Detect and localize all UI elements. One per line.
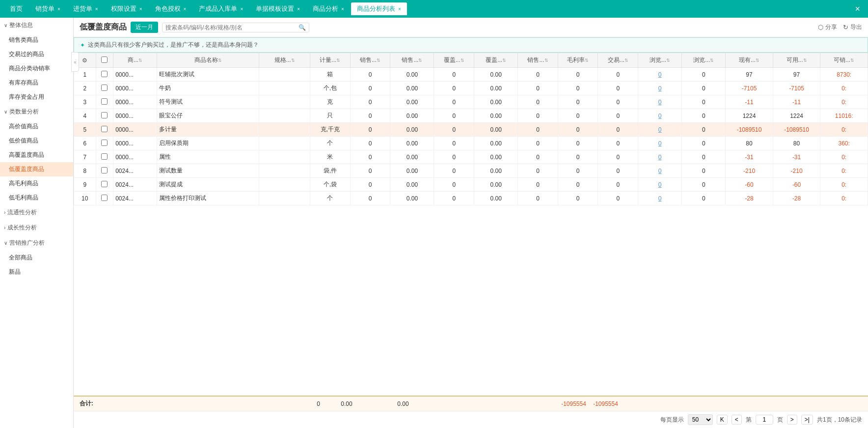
row-browse1[interactable]: 0	[638, 68, 682, 82]
sort-sales3-icon[interactable]: ⇅	[544, 58, 548, 63]
sidebar-section-marketing[interactable]: ∨ 营销推广分析	[0, 235, 73, 251]
nav-template-settings[interactable]: 单据模板设置 ×	[250, 2, 306, 15]
row-checkbox[interactable]	[96, 150, 113, 164]
row-checkbox[interactable]	[96, 192, 113, 205]
next-page-button[interactable]: >	[787, 415, 797, 425]
prev-page-button[interactable]: <	[732, 415, 742, 425]
row-checkbox[interactable]	[96, 109, 113, 123]
row-select-checkbox[interactable]	[101, 140, 108, 146]
sidebar-section-quantity[interactable]: ∨ 类数量分析	[0, 104, 73, 119]
sort-browse1-icon[interactable]: ⇅	[666, 58, 670, 63]
sort-browse2-icon[interactable]: ⇅	[710, 58, 714, 63]
sidebar-section-overall[interactable]: ∨ 整体信息	[0, 18, 73, 33]
col-cover2[interactable]: 覆盖...⇅	[474, 53, 518, 68]
row-select-checkbox[interactable]	[101, 181, 108, 187]
close-analysis-icon[interactable]: ×	[341, 6, 344, 12]
sort-trade-icon[interactable]: ⇅	[624, 58, 628, 63]
row-browse1[interactable]: 0	[638, 192, 682, 205]
sidebar-item-high-value[interactable]: 高价值商品	[0, 119, 73, 134]
col-sales1[interactable]: 销售...⇅	[350, 53, 390, 68]
nav-role-auth[interactable]: 角色授权 ×	[149, 2, 192, 15]
sidebar-item-high-margin[interactable]: 高毛利商品	[0, 176, 73, 191]
sidebar-section-flow[interactable]: › 流通性分析	[0, 205, 73, 220]
row-select-checkbox[interactable]	[101, 98, 108, 105]
row-checkbox[interactable]	[96, 137, 113, 150]
sidebar-item-category-rate[interactable]: 商品分类动销率	[0, 61, 73, 76]
row-checkbox[interactable]	[96, 178, 113, 192]
sidebar-item-low-margin[interactable]: 低毛利商品	[0, 191, 73, 205]
table-container[interactable]: ⚙ 商...⇅ 商品名称⇅ 规格...⇅ 计量...⇅ 销售...⇅ 销售...…	[74, 53, 868, 396]
last-page-button[interactable]: >|	[801, 415, 813, 425]
sort-unit-icon[interactable]: ⇅	[336, 58, 340, 63]
col-current[interactable]: 现有...⇅	[726, 53, 773, 68]
col-sellable[interactable]: 可销...⇅	[820, 53, 868, 68]
sidebar-item-new-goods[interactable]: 新品	[0, 265, 73, 279]
row-checkbox[interactable]	[96, 95, 113, 109]
row-browse1[interactable]: 0	[638, 178, 682, 192]
nav-sales-order[interactable]: 销货单 ×	[29, 2, 66, 15]
nav-home[interactable]: 首页	[4, 2, 28, 15]
col-browse2[interactable]: 浏览...⇅	[682, 53, 726, 68]
sort-current-icon[interactable]: ⇅	[756, 58, 760, 63]
col-code[interactable]: 商...⇅	[113, 53, 157, 68]
row-browse1[interactable]: 0	[638, 123, 682, 137]
col-checkbox-all[interactable]	[96, 53, 113, 68]
sort-cover2-icon[interactable]: ⇅	[502, 58, 506, 63]
row-browse1[interactable]: 0	[638, 82, 682, 95]
row-select-checkbox[interactable]	[101, 71, 108, 77]
sidebar-collapse-button[interactable]: «	[71, 52, 79, 72]
row-select-checkbox[interactable]	[101, 195, 108, 201]
row-browse1[interactable]: 0	[638, 164, 682, 178]
nav-product-analysis[interactable]: 商品分析 ×	[307, 2, 350, 15]
select-all-checkbox[interactable]	[101, 57, 108, 63]
sort-cover1-icon[interactable]: ⇅	[461, 58, 464, 63]
col-cover1[interactable]: 覆盖...⇅	[434, 53, 474, 68]
sidebar-section-growth[interactable]: › 成长性分析	[0, 220, 73, 235]
col-spec[interactable]: 规格...⇅	[259, 53, 310, 68]
nav-product-analysis-list[interactable]: 商品分析列表 ×	[351, 2, 407, 15]
col-available[interactable]: 可用...⇅	[773, 53, 820, 68]
sidebar-item-sales-goods[interactable]: 销售类商品	[0, 33, 73, 47]
nav-permission[interactable]: 权限设置 ×	[105, 2, 148, 15]
sort-spec-icon[interactable]: ⇅	[291, 58, 295, 63]
sidebar-item-high-coverage[interactable]: 高覆盖度商品	[0, 148, 73, 162]
col-sales3[interactable]: 销售...⇅	[518, 53, 558, 68]
sort-code-icon[interactable]: ⇅	[138, 58, 142, 63]
close-role-icon[interactable]: ×	[184, 6, 187, 12]
row-browse1[interactable]: 0	[638, 109, 682, 123]
close-list-icon[interactable]: ×	[398, 6, 401, 12]
sidebar-item-traded-goods[interactable]: 交易过的商品	[0, 47, 73, 61]
time-filter-button[interactable]: 近一月	[131, 22, 158, 33]
close-sales-icon[interactable]: ×	[57, 6, 60, 12]
row-select-checkbox[interactable]	[101, 112, 108, 118]
nav-product-inbound[interactable]: 产成品入库单 ×	[193, 2, 249, 15]
first-page-button[interactable]: K	[717, 415, 728, 425]
row-checkbox[interactable]	[96, 68, 113, 82]
nav-purchase-order[interactable]: 进货单 ×	[67, 2, 104, 15]
col-browse1[interactable]: 浏览...⇅	[638, 53, 682, 68]
row-select-checkbox[interactable]	[101, 153, 108, 160]
row-browse1[interactable]: 0	[638, 95, 682, 109]
sidebar-item-low-coverage[interactable]: 低覆盖度商品	[0, 162, 73, 176]
row-checkbox[interactable]	[96, 164, 113, 178]
export-button[interactable]: ↻ 导出	[843, 23, 862, 31]
row-select-checkbox[interactable]	[101, 126, 108, 132]
search-icon[interactable]: 🔍	[298, 24, 306, 31]
row-checkbox[interactable]	[96, 123, 113, 137]
page-number-input[interactable]	[756, 415, 773, 425]
close-template-icon[interactable]: ×	[297, 6, 300, 12]
col-margin[interactable]: 毛利率⇅	[558, 53, 598, 68]
sort-margin-icon[interactable]: ⇅	[585, 58, 589, 63]
sidebar-item-inventory-goods[interactable]: 有库存商品	[0, 76, 73, 90]
sort-sellable-icon[interactable]: ⇅	[850, 58, 854, 63]
share-button[interactable]: ⬡ 分享	[818, 23, 837, 31]
col-trade[interactable]: 交易...⇅	[598, 53, 638, 68]
row-checkbox[interactable]	[96, 82, 113, 95]
row-select-checkbox[interactable]	[101, 85, 108, 91]
row-browse1[interactable]: 0	[638, 150, 682, 164]
sidebar-item-low-value[interactable]: 低价值商品	[0, 134, 73, 148]
sort-available-icon[interactable]: ⇅	[803, 58, 807, 63]
sort-name-icon[interactable]: ⇅	[218, 58, 222, 63]
sidebar-item-all-goods[interactable]: 全部商品	[0, 251, 73, 265]
page-size-select[interactable]: 50 20 100	[688, 414, 713, 425]
